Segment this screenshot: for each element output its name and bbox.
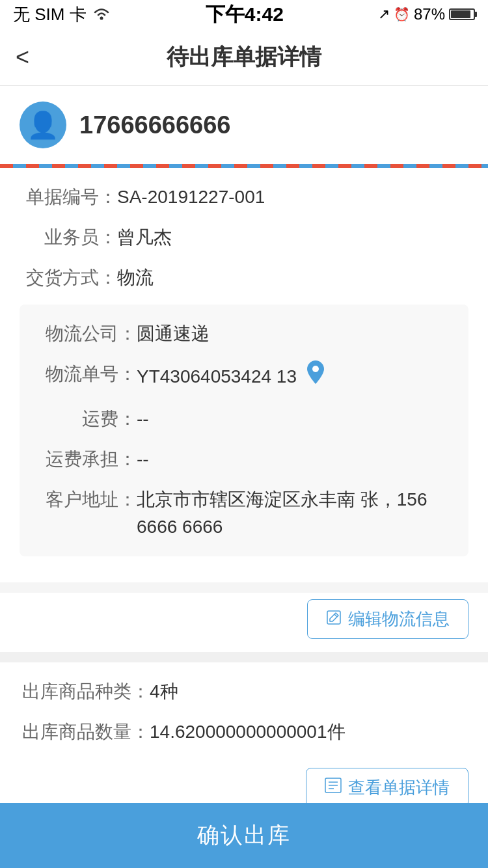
wifi-icon — [92, 5, 111, 25]
logistics-company-row: 物流公司： 圆通速递 — [39, 320, 449, 347]
document-no-row: 单据编号： SA-20191227-001 — [20, 183, 468, 211]
user-icon: 👤 — [27, 110, 59, 141]
carrier-label: 无 SIM 卡 — [13, 3, 87, 26]
header-card: 👤 17666666666 — [0, 86, 488, 164]
gray-separator-1 — [0, 652, 488, 662]
time-label: 下午4:42 — [206, 1, 284, 28]
sales-person-label: 业务员： — [20, 224, 117, 251]
delivery-method-value: 物流 — [117, 264, 468, 292]
edit-btn-row: 编辑物流信息 — [0, 593, 488, 652]
svg-point-0 — [100, 16, 103, 20]
location-status-icon: ↗ — [378, 6, 390, 23]
nav-bar: < 待出库单据详情 — [0, 29, 488, 86]
sales-person-value: 曾凡杰 — [117, 224, 468, 251]
logistics-company-label: 物流公司： — [39, 320, 137, 347]
list-icon — [325, 778, 342, 798]
map-pin-icon[interactable] — [306, 360, 325, 392]
avatar: 👤 — [20, 102, 66, 148]
sales-person-row: 业务员： 曾凡杰 — [20, 224, 468, 251]
product-qty-label: 出库商品数量： — [20, 718, 150, 746]
product-types-value: 4种 — [150, 678, 468, 705]
freight-bearer-label: 运费承担： — [39, 446, 137, 473]
view-detail-button[interactable]: 查看单据详情 — [306, 768, 468, 807]
document-no-value: SA-20191227-001 — [117, 183, 468, 211]
alarm-icon: ⏰ — [394, 7, 410, 22]
confirm-outbound-button[interactable]: 确认出库 — [0, 803, 488, 868]
back-button[interactable]: < — [16, 44, 29, 71]
view-detail-label: 查看单据详情 — [348, 776, 450, 799]
freight-value: -- — [137, 405, 449, 433]
edit-icon — [326, 610, 342, 629]
basic-info-section: 单据编号： SA-20191227-001 业务员： 曾凡杰 交货方式： 物流 … — [0, 168, 488, 582]
product-types-label: 出库商品种类： — [20, 678, 150, 705]
svg-rect-2 — [327, 611, 340, 624]
tracking-no-value: YT43064053424 13 — [137, 363, 297, 390]
tracking-no-label: 物流单号： — [39, 360, 137, 388]
freight-bearer-value: -- — [137, 446, 449, 473]
freight-bearer-row: 运费承担： -- — [39, 446, 449, 473]
edit-btn-label: 编辑物流信息 — [348, 608, 450, 631]
product-types-row: 出库商品种类： 4种 — [20, 678, 468, 705]
battery-indicator — [449, 8, 475, 20]
page-title: 待出库单据详情 — [167, 42, 321, 72]
outbound-info-section: 出库商品种类： 4种 出库商品数量： 14.620000000000001件 — [0, 662, 488, 761]
freight-row: 运费： -- — [39, 405, 449, 433]
product-qty-row: 出库商品数量： 14.620000000000001件 — [20, 718, 468, 746]
address-label: 客户地址： — [39, 486, 137, 513]
product-qty-value: 14.620000000000001件 — [150, 718, 468, 746]
confirm-btn-label: 确认出库 — [197, 821, 291, 850]
svg-line-3 — [334, 614, 337, 617]
freight-label: 运费： — [39, 405, 137, 433]
status-bar: 无 SIM 卡 下午4:42 ↗ ⏰ 87% — [0, 0, 488, 29]
document-no-label: 单据编号： — [20, 183, 117, 211]
tracking-no-row: 物流单号： YT43064053424 13 — [39, 360, 449, 392]
address-value: 北京市市辖区海淀区永丰南 张，156 6666 6666 — [137, 486, 449, 541]
edit-logistics-button[interactable]: 编辑物流信息 — [307, 599, 468, 639]
svg-point-1 — [312, 366, 319, 372]
logistics-company-value: 圆通速递 — [137, 320, 449, 347]
battery-label: 87% — [414, 5, 445, 23]
address-row: 客户地址： 北京市市辖区海淀区永丰南 张，156 6666 6666 — [39, 486, 449, 541]
logistics-card: 物流公司： 圆通速递 物流单号： YT43064053424 13 运费： — [20, 305, 468, 556]
delivery-method-label: 交货方式： — [20, 264, 117, 292]
phone-number: 17666666666 — [79, 111, 230, 139]
delivery-method-row: 交货方式： 物流 — [20, 264, 468, 292]
